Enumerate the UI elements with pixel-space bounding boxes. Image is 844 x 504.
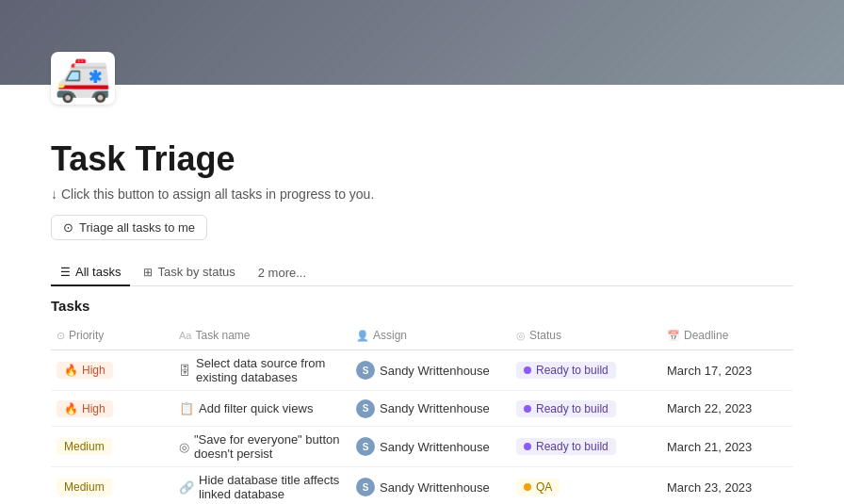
row2-task-name: 📋 Add filter quick views	[173, 396, 350, 421]
col-task-name: Aa Task name	[173, 325, 350, 346]
triage-all-button[interactable]: ⊙ Triage all tasks to me	[51, 215, 207, 240]
row3-task-label: "Save for everyone" button doesn't persi…	[194, 432, 345, 461]
row3-priority: Medium	[51, 432, 173, 461]
tasks-section: Tasks ⊙ Priority Aa Task name 👤 Assign ◎	[51, 298, 793, 504]
page-icon: 🚑	[51, 52, 115, 105]
task-icon-save: ◎	[179, 440, 189, 454]
row1-assignee-name: Sandy Writtenhouse	[380, 364, 490, 378]
row1-priority: 🔥 High	[51, 356, 173, 384]
high-emoji: 🔥	[64, 364, 78, 377]
task-icon-db: 🗄	[179, 364, 191, 378]
medium-label1: Medium	[64, 440, 105, 453]
tab-by-status-icon: ⊞	[143, 266, 153, 279]
avatar-sandy2: S	[356, 399, 375, 418]
header-banner	[0, 0, 844, 85]
row1-task-name: 🗄 Select data source from existing datab…	[173, 350, 350, 390]
table-row[interactable]: Medium 🔗 Hide database title affects lin…	[51, 467, 793, 504]
tasks-section-title: Tasks	[51, 298, 793, 314]
status-dot-qa	[524, 483, 531, 491]
row1-deadline-value: March 17, 2023	[667, 364, 752, 378]
row3-deadline: March 21, 2023	[661, 434, 793, 460]
description-text: Click this button to assign all tasks in…	[61, 187, 374, 202]
assign-col-label: Assign	[373, 329, 407, 342]
status-ready-badge3: Ready to build	[516, 438, 616, 455]
row4-priority: Medium	[51, 473, 173, 501]
page-description: ↓ Click this button to assign all tasks …	[51, 187, 793, 202]
row4-status: QA	[511, 473, 661, 501]
status-col-icon: ◎	[516, 330, 526, 342]
high-label2: High	[82, 402, 106, 415]
row2-assignee-name: Sandy Writtenhouse	[380, 401, 490, 415]
status-dot-ready3	[524, 443, 531, 450]
tab-by-status-label: Task by status	[157, 265, 235, 279]
taskname-col-label: Task name	[195, 329, 250, 342]
priority-badge-medium1: Medium	[57, 438, 112, 455]
task-icon-hide: 🔗	[179, 480, 194, 495]
avatar-sandy1: S	[356, 361, 375, 380]
row3-status: Ready to build	[511, 432, 661, 461]
row4-deadline: March 23, 2023	[661, 475, 793, 500]
tabs-row: ☰ All tasks ⊞ Task by status 2 more...	[51, 259, 793, 286]
status-ready-badge2: Ready to build	[516, 400, 616, 417]
priority-badge-high: 🔥 High	[57, 362, 113, 379]
page-title: Task Triage	[51, 139, 793, 179]
row1-task-label: Select data source from existing databas…	[196, 356, 345, 384]
row3-task-name: ◎ "Save for everyone" button doesn't per…	[173, 427, 350, 466]
description-arrow: ↓	[51, 187, 57, 202]
status-col-label: Status	[529, 329, 561, 342]
row4-task-name: 🔗 Hide database title affects linked dat…	[173, 467, 350, 504]
priority-col-label: Priority	[69, 329, 104, 342]
status-ready-badge: Ready to build	[516, 362, 616, 379]
col-deadline: 📅 Deadline	[661, 325, 793, 346]
task-icon-filter: 📋	[179, 401, 194, 415]
row4-assignee: S Sandy Writtenhouse	[350, 472, 511, 502]
row1-status: Ready to build	[511, 356, 661, 384]
avatar-sandy3: S	[356, 437, 375, 456]
tab-all-tasks-icon: ☰	[60, 266, 71, 279]
table-header: ⊙ Priority Aa Task name 👤 Assign ◎ Statu…	[51, 321, 793, 350]
high-label: High	[82, 364, 106, 377]
tab-more[interactable]: 2 more...	[249, 260, 316, 285]
row2-deadline-value: March 22, 2023	[667, 401, 752, 415]
row2-task-label: Add filter quick views	[199, 401, 313, 415]
table-row[interactable]: 🔥 High 📋 Add filter quick views S Sandy …	[51, 391, 793, 427]
row4-assignee-name: Sandy Writtenhouse	[380, 480, 490, 495]
status-qa-badge: QA	[516, 479, 560, 496]
triage-button-label: Triage all tasks to me	[79, 220, 195, 235]
row3-assignee: S Sandy Writtenhouse	[350, 431, 511, 462]
banner-overlay	[0, 0, 844, 85]
deadline-col-icon: 📅	[667, 330, 680, 342]
table-row[interactable]: Medium ◎ "Save for everyone" button does…	[51, 427, 793, 467]
row4-status-label: QA	[536, 480, 552, 494]
row3-status-label: Ready to build	[536, 440, 609, 453]
col-priority: ⊙ Priority	[51, 325, 173, 346]
tab-more-label: 2 more...	[258, 266, 306, 280]
row3-deadline-value: March 21, 2023	[667, 440, 752, 454]
assign-col-icon: 👤	[356, 330, 369, 342]
row2-status: Ready to build	[511, 395, 661, 423]
row4-deadline-value: March 23, 2023	[667, 480, 752, 495]
row4-task-label: Hide database title affects linked datab…	[199, 473, 345, 501]
row1-assignee: S Sandy Writtenhouse	[350, 355, 511, 385]
priority-badge-high2: 🔥 High	[57, 400, 113, 417]
high-emoji2: 🔥	[64, 402, 78, 415]
row1-deadline: March 17, 2023	[661, 358, 793, 383]
row2-assignee: S Sandy Writtenhouse	[350, 394, 511, 424]
priority-badge-medium2: Medium	[57, 479, 112, 496]
medium-label2: Medium	[64, 480, 105, 494]
deadline-col-label: Deadline	[684, 329, 728, 342]
row3-assignee-name: Sandy Writtenhouse	[380, 440, 490, 454]
table-row[interactable]: 🔥 High 🗄 Select data source from existin…	[51, 350, 793, 391]
status-dot-ready	[524, 366, 531, 374]
row2-priority: 🔥 High	[51, 395, 173, 423]
row2-deadline: March 22, 2023	[661, 396, 793, 421]
priority-col-icon: ⊙	[57, 330, 65, 342]
row2-status-label: Ready to build	[536, 402, 609, 415]
tasks-table: ⊙ Priority Aa Task name 👤 Assign ◎ Statu…	[51, 321, 793, 504]
tab-task-by-status[interactable]: ⊞ Task by status	[134, 259, 244, 286]
tab-all-tasks[interactable]: ☰ All tasks	[51, 259, 130, 286]
row1-status-label: Ready to build	[536, 364, 609, 377]
col-status: ◎ Status	[511, 325, 661, 346]
col-assign: 👤 Assign	[350, 325, 511, 346]
avatar-sandy4: S	[356, 478, 375, 496]
